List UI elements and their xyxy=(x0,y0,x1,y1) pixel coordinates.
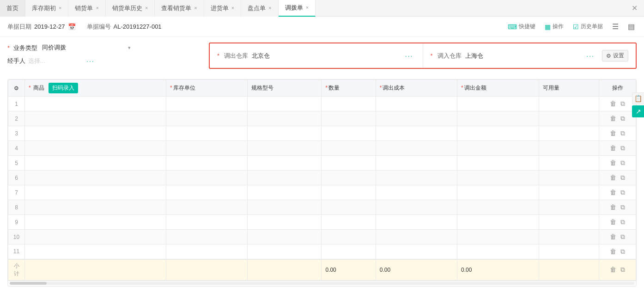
unit-cell[interactable] xyxy=(166,215,248,230)
in-warehouse-value[interactable]: 上海仓 xyxy=(465,52,581,60)
sidebar-doc-button[interactable]: 📋 xyxy=(632,92,644,104)
product-cell[interactable] xyxy=(25,230,166,244)
tab-close-sales-order[interactable]: × xyxy=(96,6,98,11)
copy-icon[interactable]: ⧉ xyxy=(620,144,625,152)
qty-cell[interactable] xyxy=(322,171,376,185)
delete-icon[interactable]: 🗑 xyxy=(610,203,616,211)
spec-cell[interactable] xyxy=(248,97,322,111)
close-all-tabs-button[interactable]: ✕ xyxy=(625,4,644,12)
cost-cell[interactable] xyxy=(376,97,457,111)
cost-cell[interactable] xyxy=(376,171,457,185)
spec-cell[interactable] xyxy=(248,244,322,259)
qty-cell[interactable] xyxy=(322,141,376,156)
amount-cell[interactable] xyxy=(457,230,539,244)
person-more-button[interactable]: ··· xyxy=(86,57,95,65)
product-cell[interactable] xyxy=(25,141,166,156)
subtotal-copy-icon[interactable]: ⧉ xyxy=(620,266,625,273)
spec-cell[interactable] xyxy=(248,156,322,171)
unit-cell[interactable] xyxy=(166,185,248,200)
tab-view-sales[interactable]: 查看销货单× xyxy=(155,0,204,17)
copy-icon[interactable]: ⧉ xyxy=(620,218,625,226)
spec-cell[interactable] xyxy=(248,200,322,215)
grid-view-button[interactable]: ▤ xyxy=(626,21,637,32)
unit-cell[interactable] xyxy=(166,141,248,156)
tab-sales-history[interactable]: 销货单历史× xyxy=(106,0,155,17)
tab-close-purchase-order[interactable]: × xyxy=(231,6,234,11)
delete-icon[interactable]: 🗑 xyxy=(610,248,616,255)
copy-icon[interactable]: ⧉ xyxy=(620,248,625,255)
copy-icon[interactable]: ⧉ xyxy=(620,233,625,240)
business-type-select[interactable]: 同价调拨 ▾ xyxy=(40,43,133,53)
tab-transfer-order[interactable]: 调拨单× xyxy=(279,0,316,17)
product-cell[interactable] xyxy=(25,244,166,259)
product-cell[interactable] xyxy=(25,126,166,141)
tab-close-inventory-init[interactable]: × xyxy=(59,6,61,11)
spec-cell[interactable] xyxy=(248,230,322,244)
copy-icon[interactable]: ⧉ xyxy=(620,129,625,137)
cost-cell[interactable] xyxy=(376,200,457,215)
available-cell[interactable] xyxy=(539,230,599,244)
amount-cell[interactable] xyxy=(457,244,539,259)
delete-icon[interactable]: 🗑 xyxy=(610,100,616,107)
tab-close-transfer-order[interactable]: × xyxy=(306,5,309,10)
unit-cell[interactable] xyxy=(166,230,248,244)
product-cell[interactable] xyxy=(25,185,166,200)
out-warehouse-value[interactable]: 北京仓 xyxy=(252,52,400,60)
delete-icon[interactable]: 🗑 xyxy=(610,233,616,240)
product-cell[interactable] xyxy=(25,171,166,185)
subtotal-delete-icon[interactable]: 🗑 xyxy=(610,266,616,273)
cost-cell[interactable] xyxy=(376,141,457,156)
settings-button[interactable]: ⚙ 设置 xyxy=(602,50,628,61)
tab-sales-order[interactable]: 销货单× xyxy=(68,0,105,17)
qty-cell[interactable] xyxy=(322,185,376,200)
amount-cell[interactable] xyxy=(457,111,539,126)
qty-cell[interactable] xyxy=(322,215,376,230)
amount-cell[interactable] xyxy=(457,126,539,141)
copy-icon[interactable]: ⧉ xyxy=(620,159,625,166)
unit-cell[interactable] xyxy=(166,126,248,141)
spec-cell[interactable] xyxy=(248,171,322,185)
cost-cell[interactable] xyxy=(376,156,457,171)
available-cell[interactable] xyxy=(539,185,599,200)
cost-cell[interactable] xyxy=(376,111,457,126)
tab-close-sales-history[interactable]: × xyxy=(145,6,148,11)
person-select[interactable]: 选择... xyxy=(28,57,84,65)
copy-icon[interactable]: ⧉ xyxy=(620,174,625,181)
cost-cell[interactable] xyxy=(376,215,457,230)
qty-cell[interactable] xyxy=(322,200,376,215)
sidebar-expand-button[interactable]: ↗ xyxy=(632,105,644,117)
view-toggle-button[interactable]: ☰ xyxy=(610,21,620,32)
copy-icon[interactable]: ⧉ xyxy=(620,100,625,107)
scrollbar[interactable] xyxy=(8,281,636,286)
tab-inventory-check[interactable]: 盘点单× xyxy=(241,0,278,17)
product-cell[interactable] xyxy=(25,111,166,126)
delete-icon[interactable]: 🗑 xyxy=(610,218,616,226)
available-cell[interactable] xyxy=(539,200,599,215)
copy-icon[interactable]: ⧉ xyxy=(620,203,625,211)
qty-cell[interactable] xyxy=(322,244,376,259)
delete-icon[interactable]: 🗑 xyxy=(610,144,616,152)
operation-button[interactable]: ▦ 操作 xyxy=(543,22,565,31)
available-cell[interactable] xyxy=(539,97,599,111)
unit-cell[interactable] xyxy=(166,156,248,171)
available-cell[interactable] xyxy=(539,244,599,259)
in-warehouse-more-button[interactable]: ··· xyxy=(584,52,596,60)
spec-cell[interactable] xyxy=(248,126,322,141)
tab-home[interactable]: 首页 xyxy=(0,0,25,17)
delete-icon[interactable]: 🗑 xyxy=(610,129,616,137)
amount-cell[interactable] xyxy=(457,200,539,215)
tab-purchase-order[interactable]: 进货单× xyxy=(204,0,241,17)
available-cell[interactable] xyxy=(539,141,599,156)
tab-close-inventory-check[interactable]: × xyxy=(268,6,271,11)
amount-cell[interactable] xyxy=(457,215,539,230)
cost-cell[interactable] xyxy=(376,185,457,200)
gear-col-header[interactable]: ⚙ xyxy=(8,80,25,97)
amount-cell[interactable] xyxy=(457,156,539,171)
shortcut-button[interactable]: ⌨ 快捷键 xyxy=(506,22,537,31)
history-button[interactable]: ☑ 历史单据 xyxy=(571,22,605,31)
product-cell[interactable] xyxy=(25,156,166,171)
qty-cell[interactable] xyxy=(322,111,376,126)
spec-cell[interactable] xyxy=(248,111,322,126)
cost-cell[interactable] xyxy=(376,126,457,141)
product-cell[interactable] xyxy=(25,215,166,230)
